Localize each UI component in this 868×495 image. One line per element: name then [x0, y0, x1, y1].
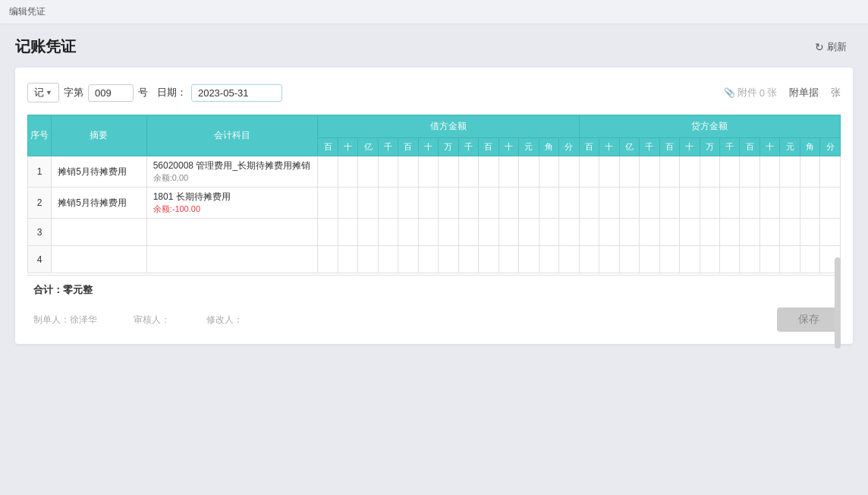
credit-amount-cell[interactable] [820, 188, 841, 219]
credit-amount-cell[interactable] [599, 219, 619, 246]
credit-amount-cell[interactable] [719, 188, 739, 219]
credit-amount-cell[interactable] [800, 246, 819, 273]
debit-amount-cell[interactable] [358, 188, 378, 219]
credit-amount-cell[interactable] [659, 246, 679, 273]
table-row[interactable]: 3 [28, 219, 841, 246]
credit-amount-cell[interactable] [619, 156, 639, 188]
debit-amount-cell[interactable] [338, 219, 357, 246]
debit-amount-cell[interactable] [479, 246, 498, 273]
doc-button[interactable]: 附单据 [789, 86, 819, 99]
account-cell[interactable] [146, 246, 318, 273]
debit-amount-cell[interactable] [498, 219, 518, 246]
credit-amount-cell[interactable] [719, 156, 739, 188]
account-cell[interactable] [146, 219, 318, 246]
account-cell[interactable]: 1801 长期待摊费用余额:-100.00 [146, 188, 318, 219]
debit-amount-cell[interactable] [338, 156, 357, 188]
debit-amount-cell[interactable] [378, 246, 398, 273]
credit-amount-cell[interactable] [680, 156, 700, 188]
debit-amount-cell[interactable] [338, 246, 357, 273]
debit-amount-cell[interactable] [439, 188, 458, 219]
debit-amount-cell[interactable] [398, 156, 418, 188]
credit-amount-cell[interactable] [760, 156, 779, 188]
debit-amount-cell[interactable] [358, 219, 378, 246]
debit-amount-cell[interactable] [398, 219, 418, 246]
debit-amount-cell[interactable] [318, 219, 338, 246]
credit-amount-cell[interactable] [780, 219, 800, 246]
summary-cell[interactable] [52, 219, 146, 246]
credit-amount-cell[interactable] [579, 188, 599, 219]
credit-amount-cell[interactable] [640, 188, 659, 219]
account-cell[interactable]: 56020008 管理费用_长期待摊费用摊销余额:0.00 [146, 156, 318, 188]
summary-cell[interactable]: 摊销5月待摊费用 [52, 188, 146, 219]
credit-amount-cell[interactable] [780, 156, 800, 188]
debit-amount-cell[interactable] [398, 246, 418, 273]
debit-amount-cell[interactable] [418, 219, 438, 246]
debit-amount-cell[interactable] [559, 188, 579, 219]
credit-amount-cell[interactable] [740, 156, 760, 188]
credit-amount-cell[interactable] [659, 188, 679, 219]
credit-amount-cell[interactable] [760, 219, 779, 246]
credit-amount-cell[interactable] [780, 246, 800, 273]
credit-amount-cell[interactable] [760, 246, 779, 273]
debit-amount-cell[interactable] [539, 246, 558, 273]
debit-amount-cell[interactable] [439, 156, 458, 188]
credit-amount-cell[interactable] [700, 156, 719, 188]
table-row[interactable]: 1摊销5月待摊费用56020008 管理费用_长期待摊费用摊销余额:0.00 [28, 156, 841, 188]
debit-amount-cell[interactable] [338, 188, 357, 219]
debit-amount-cell[interactable] [458, 219, 478, 246]
debit-amount-cell[interactable] [378, 156, 398, 188]
credit-amount-cell[interactable] [700, 246, 719, 273]
credit-amount-cell[interactable] [700, 219, 719, 246]
credit-amount-cell[interactable] [659, 219, 679, 246]
table-row[interactable]: 2摊销5月待摊费用1801 长期待摊费用余额:-100.00 [28, 188, 841, 219]
credit-amount-cell[interactable] [760, 188, 779, 219]
debit-amount-cell[interactable] [539, 219, 558, 246]
debit-amount-cell[interactable] [418, 156, 438, 188]
scrollbar[interactable] [835, 257, 841, 348]
voucher-type-dropdown[interactable]: 记 ▼ [27, 83, 59, 102]
debit-amount-cell[interactable] [439, 246, 458, 273]
debit-amount-cell[interactable] [559, 246, 579, 273]
debit-amount-cell[interactable] [539, 156, 558, 188]
debit-amount-cell[interactable] [559, 156, 579, 188]
credit-amount-cell[interactable] [579, 156, 599, 188]
debit-amount-cell[interactable] [458, 156, 478, 188]
debit-amount-cell[interactable] [358, 246, 378, 273]
debit-amount-cell[interactable] [479, 156, 498, 188]
credit-amount-cell[interactable] [800, 219, 819, 246]
debit-amount-cell[interactable] [519, 246, 539, 273]
credit-amount-cell[interactable] [579, 219, 599, 246]
credit-amount-cell[interactable] [740, 246, 760, 273]
debit-amount-cell[interactable] [418, 246, 438, 273]
debit-amount-cell[interactable] [498, 156, 518, 188]
debit-amount-cell[interactable] [559, 219, 579, 246]
debit-amount-cell[interactable] [358, 156, 378, 188]
debit-amount-cell[interactable] [519, 156, 539, 188]
debit-amount-cell[interactable] [479, 219, 498, 246]
credit-amount-cell[interactable] [619, 246, 639, 273]
credit-amount-cell[interactable] [680, 246, 700, 273]
credit-amount-cell[interactable] [579, 246, 599, 273]
debit-amount-cell[interactable] [318, 156, 338, 188]
credit-amount-cell[interactable] [800, 156, 819, 188]
credit-amount-cell[interactable] [640, 246, 659, 273]
debit-amount-cell[interactable] [519, 188, 539, 219]
debit-amount-cell[interactable] [539, 188, 558, 219]
debit-amount-cell[interactable] [458, 246, 478, 273]
credit-amount-cell[interactable] [640, 156, 659, 188]
credit-amount-cell[interactable] [619, 219, 639, 246]
debit-amount-cell[interactable] [378, 188, 398, 219]
debit-amount-cell[interactable] [418, 188, 438, 219]
debit-amount-cell[interactable] [318, 246, 338, 273]
debit-amount-cell[interactable] [458, 188, 478, 219]
credit-amount-cell[interactable] [659, 156, 679, 188]
credit-amount-cell[interactable] [700, 188, 719, 219]
credit-amount-cell[interactable] [599, 188, 619, 219]
credit-amount-cell[interactable] [800, 188, 819, 219]
debit-amount-cell[interactable] [479, 188, 498, 219]
credit-amount-cell[interactable] [599, 246, 619, 273]
credit-amount-cell[interactable] [719, 219, 739, 246]
credit-amount-cell[interactable] [780, 188, 800, 219]
credit-amount-cell[interactable] [740, 188, 760, 219]
credit-amount-cell[interactable] [820, 219, 841, 246]
